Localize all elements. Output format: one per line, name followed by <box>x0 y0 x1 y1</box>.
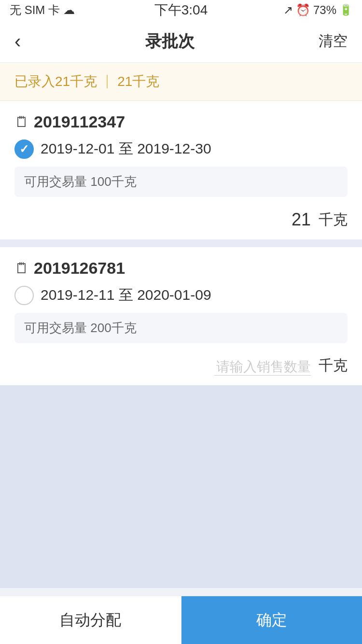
empty-area <box>0 385 362 588</box>
confirm-button[interactable]: 确定 <box>181 596 362 644</box>
batch-number-1: 2019112347 <box>34 112 125 131</box>
batch-date-row-1: 2019-12-01 至 2019-12-30 <box>0 136 362 164</box>
page-title: 录批次 <box>145 30 195 53</box>
status-left: 无 SIM 卡 ☁ <box>10 2 75 18</box>
sim-label: 无 SIM 卡 ☁ <box>10 2 75 18</box>
summary-amount-label: 21千克 <box>117 72 159 91</box>
battery-icon: 🔋 <box>339 4 352 16</box>
back-button[interactable]: ‹ <box>14 30 21 52</box>
batch-input-row-1: 21 千克 <box>0 205 362 239</box>
summary-banner: 已录入21千克 21千克 <box>0 63 362 101</box>
content-area: 🗒 2019112347 2019-12-01 至 2019-12-30 可用交… <box>0 101 362 636</box>
auto-distribute-button[interactable]: 自动分配 <box>0 596 181 644</box>
alarm-icon: ⏰ <box>296 3 310 17</box>
clear-button[interactable]: 清空 <box>319 31 348 51</box>
batch-avail-1: 可用交易量 100千克 <box>14 167 348 197</box>
batch-date-2: 2019-12-11 至 2020-01-09 <box>41 285 211 305</box>
batch-input-value-1: 21 <box>292 210 311 230</box>
section-separator-1 <box>0 239 362 247</box>
bottom-bar: 自动分配 确定 <box>0 596 362 644</box>
batch-checkbox-2[interactable] <box>14 286 34 305</box>
batch-card-1: 🗒 2019112347 2019-12-01 至 2019-12-30 可用交… <box>0 101 362 239</box>
batch-card-2: 🗒 2019126781 2019-12-11 至 2020-01-09 可用交… <box>0 247 362 385</box>
battery-label: 73% <box>313 3 336 17</box>
batch-header-2: 🗒 2019126781 <box>0 247 362 282</box>
summary-entered-label: 已录入21千克 <box>14 72 97 91</box>
status-time: 下午3:04 <box>154 1 208 19</box>
batch-date-1: 2019-12-01 至 2019-12-30 <box>41 139 211 159</box>
summary-divider <box>107 75 108 88</box>
batch-header-1: 🗒 2019112347 <box>0 101 362 136</box>
status-right: ↗ ⏰ 73% 🔋 <box>283 3 352 17</box>
batch-date-row-2: 2019-12-11 至 2020-01-09 <box>0 282 362 310</box>
batch-doc-icon-1: 🗒 <box>14 114 29 130</box>
batch-quantity-input-2[interactable] <box>214 356 311 376</box>
batch-avail-2: 可用交易量 200千克 <box>14 313 348 343</box>
batch-number-2: 2019126781 <box>34 259 125 278</box>
batch-checkbox-1[interactable] <box>14 140 34 159</box>
batch-unit-1: 千克 <box>319 210 348 230</box>
batch-input-row-2: 千克 <box>0 351 362 385</box>
batch-unit-2: 千克 <box>319 356 348 376</box>
status-bar: 无 SIM 卡 ☁ 下午3:04 ↗ ⏰ 73% 🔋 <box>0 0 362 20</box>
batch-doc-icon-2: 🗒 <box>14 260 29 277</box>
location-icon: ↗ <box>283 3 293 17</box>
nav-bar: ‹ 录批次 清空 <box>0 20 362 63</box>
